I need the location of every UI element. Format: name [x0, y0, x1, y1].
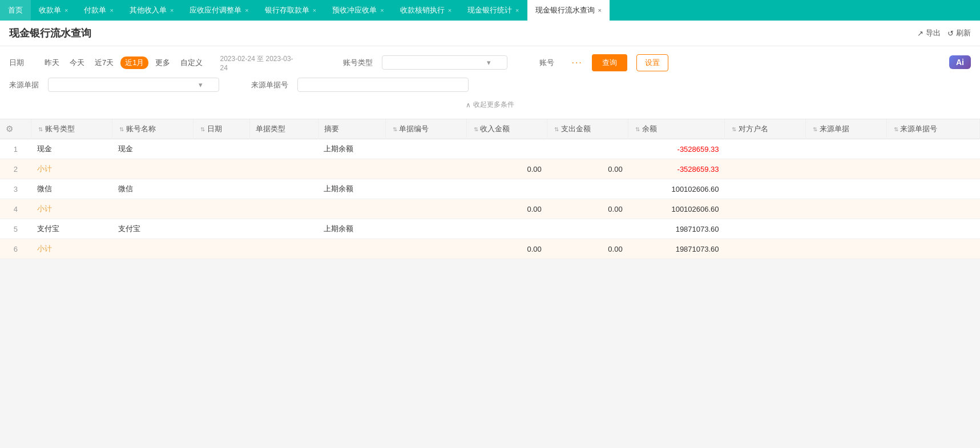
col-doc-type[interactable]: 单据类型	[250, 119, 318, 139]
date-option-7days[interactable]: 近7天	[91, 56, 117, 69]
col-source-doc[interactable]: ⇅ 来源单据	[805, 119, 886, 139]
col-date[interactable]: ⇅ 日期	[193, 119, 250, 139]
date-cell	[193, 159, 250, 179]
doc-type-cell	[250, 139, 318, 159]
query-button[interactable]: 查询	[592, 54, 627, 71]
col-income[interactable]: ⇅ 收入金额	[466, 119, 547, 139]
nav-close-other-income[interactable]: ×	[170, 0, 174, 21]
ai-badge[interactable]: Ai	[949, 55, 971, 69]
nav-item-cash-flow[interactable]: 现金银行流水查询 ×	[527, 0, 610, 21]
col-source-doc-no[interactable]: ⇅ 来源单据号	[886, 119, 979, 139]
balance-cell: 100102606.60	[628, 199, 725, 219]
account-type-cell: 小计	[31, 239, 112, 259]
date-option-1month[interactable]: 近1月	[120, 56, 148, 69]
setting-button[interactable]: 设置	[636, 54, 668, 71]
doc-type-cell	[250, 199, 318, 219]
nav-item-prepaid[interactable]: 预收冲应收单 ×	[324, 0, 392, 21]
expense-cell: 0.00	[547, 159, 628, 179]
chevron-down-icon-2: ▾	[199, 80, 203, 89]
nav-close-adjustment[interactable]: ×	[245, 0, 248, 21]
income-cell	[466, 179, 547, 199]
export-button[interactable]: ↗ 导出	[917, 28, 941, 38]
col-account-type[interactable]: ⇅ 账号类型	[31, 119, 112, 139]
col-gear[interactable]: ⚙	[0, 119, 31, 139]
nav-label-receipt: 收款单	[39, 0, 61, 21]
nav-item-verify[interactable]: 收款核销执行 ×	[392, 0, 459, 21]
account-type-select[interactable]: ▾	[382, 55, 507, 70]
expense-cell: 0.00	[547, 199, 628, 219]
date-option-custom[interactable]: 自定义	[177, 56, 206, 69]
top-nav: 首页 收款单 × 付款单 × 其他收入单 × 应收应付调整单 × 银行存取款单 …	[0, 0, 980, 21]
nav-close-stats[interactable]: ×	[515, 0, 519, 21]
collapse-arrow-icon: ∧	[466, 101, 471, 109]
income-cell: 0.00	[466, 199, 547, 219]
nav-close-prepaid[interactable]: ×	[380, 0, 384, 21]
account-name-cell	[112, 159, 193, 179]
col-counterparty[interactable]: ⇅ 对方户名	[725, 119, 806, 139]
account-type-cell: 微信	[31, 179, 112, 199]
summary-cell	[318, 159, 385, 179]
income-cell: 0.00	[466, 159, 547, 179]
table-row: 6小计0.000.0019871073.60	[0, 239, 980, 259]
balance-cell: 100102606.60	[628, 179, 725, 199]
nav-close-payment[interactable]: ×	[110, 0, 113, 21]
sort-icon-counterparty: ⇅	[732, 126, 736, 132]
sort-icon-source-doc-no: ⇅	[894, 126, 898, 132]
source-doc-cell	[805, 139, 886, 159]
row-num: 2	[0, 159, 31, 179]
expense-cell	[547, 219, 628, 239]
nav-item-stats[interactable]: 现金银行统计 ×	[459, 0, 527, 21]
sort-icon-account-name: ⇅	[119, 126, 124, 132]
collapse-bar[interactable]: ∧ 收起更多条件	[9, 98, 971, 112]
account-dots[interactable]: ···	[571, 58, 582, 68]
date-option-yesterday[interactable]: 昨天	[41, 56, 63, 69]
nav-item-other-income[interactable]: 其他收入单 ×	[122, 0, 182, 21]
nav-item-adjustment[interactable]: 应收应付调整单 ×	[182, 0, 256, 21]
col-account-name[interactable]: ⇅ 账号名称	[112, 119, 193, 139]
col-expense[interactable]: ⇅ 支出金额	[547, 119, 628, 139]
row-num: 3	[0, 179, 31, 199]
col-summary[interactable]: 摘要	[318, 119, 385, 139]
nav-item-bank-deposit[interactable]: 银行存取款单 ×	[257, 0, 324, 21]
refresh-button[interactable]: ↺ 刷新	[947, 28, 971, 38]
source-doc-cell	[805, 219, 886, 239]
source-doc-cell	[805, 239, 886, 259]
sort-icon-expense: ⇅	[554, 126, 559, 132]
nav-item-home[interactable]: 首页	[0, 0, 31, 21]
table-container: ⚙ ⇅ 账号类型 ⇅ 账号名称 ⇅ 日期 单据类型 摘要 ⇅ 单据编号 ⇅ 收入…	[0, 119, 980, 259]
nav-close-receipt[interactable]: ×	[64, 0, 68, 21]
date-option-today[interactable]: 今天	[66, 56, 88, 69]
account-type-label: 账号类型	[343, 58, 373, 68]
expense-cell	[547, 139, 628, 159]
counterparty-cell	[725, 159, 806, 179]
nav-close-bank-deposit[interactable]: ×	[313, 0, 316, 21]
sort-icon-income: ⇅	[474, 126, 478, 132]
col-balance[interactable]: ⇅ 余额	[628, 119, 725, 139]
nav-label-bank-deposit: 银行存取款单	[265, 0, 309, 21]
source-doc-cell	[805, 159, 886, 179]
nav-label-other-income: 其他收入单	[130, 0, 167, 21]
income-cell	[466, 139, 547, 159]
col-doc-no[interactable]: ⇅ 单据编号	[385, 119, 466, 139]
date-options-group: 昨天 今天 近7天 近1月 更多 自定义	[41, 56, 206, 69]
row-num: 1	[0, 139, 31, 159]
nav-close-verify[interactable]: ×	[448, 0, 451, 21]
source-doc-no-cell	[886, 139, 979, 159]
table-row: 1现金现金上期余额-3528659.33	[0, 139, 980, 159]
summary-cell: 上期余额	[318, 219, 385, 239]
balance-cell: 19871073.60	[628, 239, 725, 259]
source-doc-select[interactable]: ▾	[48, 78, 219, 92]
counterparty-cell	[725, 139, 806, 159]
nav-item-payment[interactable]: 付款单 ×	[76, 0, 121, 21]
nav-label-stats: 现金银行统计	[467, 0, 512, 21]
doc-no-cell	[385, 219, 466, 239]
nav-close-cash-flow[interactable]: ×	[598, 0, 602, 21]
gear-icon[interactable]: ⚙	[6, 124, 13, 134]
date-option-more[interactable]: 更多	[152, 56, 174, 69]
refresh-icon: ↺	[947, 29, 954, 38]
account-type-cell: 小计	[31, 159, 112, 179]
nav-item-receipt[interactable]: 收款单 ×	[31, 0, 76, 21]
source-doc-no-input[interactable]	[297, 78, 469, 92]
date-cell	[193, 139, 250, 159]
summary-cell	[318, 239, 385, 259]
